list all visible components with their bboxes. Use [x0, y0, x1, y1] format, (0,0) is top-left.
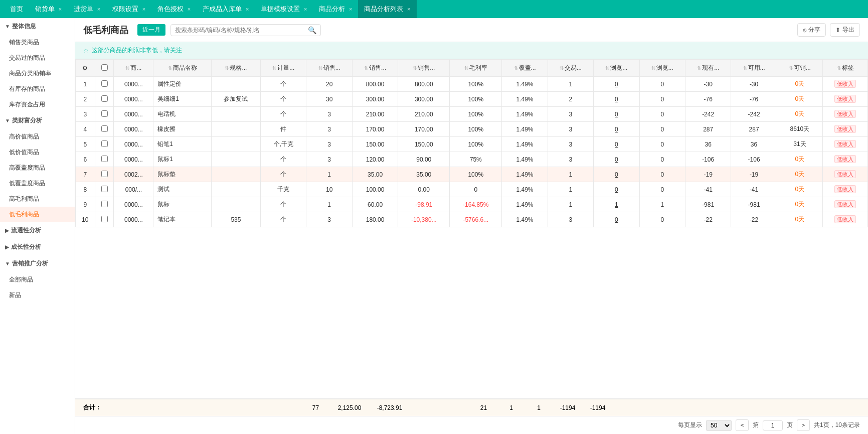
- cell-tag-2: 低收入: [823, 107, 868, 122]
- cell-browse1-4[interactable]: 0: [594, 137, 639, 152]
- row-checkbox-2[interactable]: [101, 110, 108, 117]
- col-gross-margin[interactable]: ⇅毛利率: [450, 60, 502, 77]
- prev-page-button[interactable]: ＜: [736, 419, 749, 431]
- cell-gross-margin-5: 75%: [450, 152, 502, 167]
- col-settings[interactable]: ⚙: [76, 60, 95, 77]
- cell-browse1-0[interactable]: 0: [594, 77, 639, 92]
- sidebar-section-liquidity[interactable]: ▶ 流通性分析: [0, 222, 75, 239]
- cell-browse1-9[interactable]: 0: [594, 212, 639, 227]
- row-checkbox-6[interactable]: [101, 171, 108, 177]
- sidebar-section-wealth-label: 类财富分析: [12, 116, 42, 125]
- col-sales-amount[interactable]: ⇅销售...: [352, 60, 398, 77]
- next-page-button[interactable]: ＞: [797, 419, 810, 431]
- close-product-analysis-list-icon[interactable]: ×: [407, 6, 410, 12]
- sidebar-section-growth[interactable]: ▶ 成长性分析: [0, 239, 75, 255]
- cell-checkbox-4[interactable]: [95, 137, 114, 152]
- col-browse1[interactable]: ⇅浏览...: [594, 60, 639, 77]
- row-checkbox-0[interactable]: [101, 80, 108, 87]
- search-input[interactable]: [175, 27, 308, 34]
- col-tag[interactable]: ⇅标签: [823, 60, 868, 77]
- row-checkbox-5[interactable]: [101, 156, 108, 162]
- tag-badge-7: 低收入: [834, 185, 856, 193]
- table-row: 1 0000... 属性定价 个 20 800.00 800.00 100% 1…: [76, 77, 868, 92]
- col-current-stock[interactable]: ⇅现有...: [685, 60, 731, 77]
- search-icon[interactable]: 🔍: [308, 26, 316, 34]
- cell-browse1-1[interactable]: 0: [594, 92, 639, 107]
- col-browse2[interactable]: ⇅浏览...: [639, 60, 685, 77]
- cell-sellable-days-1: 0天: [777, 92, 822, 107]
- cell-checkbox-3[interactable]: [95, 122, 114, 137]
- nav-purchase-order[interactable]: 进货单 ×: [68, 0, 106, 18]
- sidebar-item-capital[interactable]: 库存资金占用: [0, 97, 75, 112]
- close-purchase-order-icon[interactable]: ×: [97, 6, 100, 12]
- col-sellable-days[interactable]: ⇅可销...: [777, 60, 822, 77]
- close-role-auth-icon[interactable]: ×: [188, 6, 191, 12]
- cell-checkbox-0[interactable]: [95, 77, 114, 92]
- export-button[interactable]: ⬆ 导出: [830, 23, 860, 37]
- select-all-checkbox[interactable]: [101, 64, 108, 71]
- col-sales-profit[interactable]: ⇅销售...: [398, 60, 450, 77]
- sidebar-section-wealth[interactable]: ▼ 类财富分析: [0, 112, 75, 129]
- cell-checkbox-2[interactable]: [95, 107, 114, 122]
- per-page-select[interactable]: 50 100: [706, 420, 732, 431]
- nav-product-analysis[interactable]: 商品分析 ×: [313, 0, 358, 18]
- col-checkbox[interactable]: [95, 60, 114, 77]
- col-name[interactable]: ⇅商品名称: [153, 60, 212, 77]
- sidebar-item-category-rate[interactable]: 商品分类助销率: [0, 66, 75, 81]
- cell-browse1-7[interactable]: 0: [594, 182, 639, 197]
- cell-checkbox-8[interactable]: [95, 197, 114, 212]
- sidebar-item-all-goods[interactable]: 全部商品: [0, 272, 75, 287]
- sidebar-item-low-value[interactable]: 低价值商品: [0, 144, 75, 160]
- close-template-icon[interactable]: ×: [304, 6, 307, 12]
- sidebar-item-high-margin[interactable]: 高毛利商品: [0, 191, 75, 207]
- total-info: 共1页，10条记录: [814, 421, 860, 429]
- sidebar-item-high-value[interactable]: 高价值商品: [0, 129, 75, 144]
- close-product-analysis-icon[interactable]: ×: [349, 6, 352, 12]
- sidebar-section-marketing[interactable]: ▼ 营销推广分析: [0, 255, 75, 272]
- col-spec[interactable]: ⇅规格...: [211, 60, 260, 77]
- sidebar-item-sales-goods[interactable]: 销售类商品: [0, 35, 75, 50]
- cell-browse1-3[interactable]: 0: [594, 122, 639, 137]
- sidebar-item-high-coverage[interactable]: 高覆盖度商品: [0, 160, 75, 176]
- col-code[interactable]: ⇅商...: [114, 60, 153, 77]
- close-sales-order-icon[interactable]: ×: [59, 6, 62, 12]
- cell-checkbox-7[interactable]: [95, 182, 114, 197]
- col-available-stock[interactable]: ⇅可用...: [731, 60, 777, 77]
- nav-product-analysis-list[interactable]: 商品分析列表 ×: [358, 0, 416, 18]
- row-checkbox-4[interactable]: [101, 140, 108, 147]
- sidebar-item-in-stock[interactable]: 有库存的商品: [0, 81, 75, 97]
- sidebar-item-low-margin[interactable]: 低毛利商品: [0, 207, 75, 222]
- cell-checkbox-1[interactable]: [95, 92, 114, 107]
- sidebar-item-traded-goods[interactable]: 交易过的商品: [0, 50, 75, 66]
- col-unit[interactable]: ⇅计量...: [261, 60, 306, 77]
- page-number-input[interactable]: [763, 420, 783, 430]
- row-checkbox-7[interactable]: [101, 186, 108, 192]
- cell-browse1-8[interactable]: 1: [594, 197, 639, 212]
- close-product-entry-icon[interactable]: ×: [246, 6, 249, 12]
- nav-template-settings[interactable]: 单据模板设置 ×: [255, 0, 313, 18]
- row-checkbox-9[interactable]: [101, 216, 108, 222]
- col-sales-qty[interactable]: ⇅销售...: [306, 60, 352, 77]
- cell-browse1-5[interactable]: 0: [594, 152, 639, 167]
- cell-checkbox-5[interactable]: [95, 152, 114, 167]
- close-permission-icon[interactable]: ×: [142, 6, 145, 12]
- nav-role-auth[interactable]: 角色授权 ×: [151, 0, 197, 18]
- cell-checkbox-6[interactable]: [95, 167, 114, 182]
- sidebar-item-low-coverage[interactable]: 低覆盖度商品: [0, 176, 75, 191]
- nav-product-entry[interactable]: 产成品入库单 ×: [197, 0, 255, 18]
- period-button[interactable]: 近一月: [137, 24, 165, 36]
- cell-checkbox-9[interactable]: [95, 212, 114, 227]
- share-button[interactable]: ⎋ 分享: [797, 23, 826, 37]
- row-checkbox-1[interactable]: [101, 95, 108, 102]
- cell-browse1-6[interactable]: 0: [594, 167, 639, 182]
- nav-sales-order[interactable]: 销货单 ×: [29, 0, 68, 18]
- nav-permission-settings[interactable]: 权限设置 ×: [106, 0, 151, 18]
- row-checkbox-3[interactable]: [101, 125, 108, 132]
- col-transaction[interactable]: ⇅交易...: [548, 60, 593, 77]
- nav-home[interactable]: 首页: [4, 0, 29, 18]
- row-checkbox-8[interactable]: [101, 201, 108, 207]
- sidebar-item-new-goods[interactable]: 新品: [0, 287, 75, 303]
- col-coverage[interactable]: ⇅覆盖...: [502, 60, 548, 77]
- cell-browse1-2[interactable]: 0: [594, 107, 639, 122]
- sidebar-section-overall[interactable]: ▼ 整体信息: [0, 18, 75, 35]
